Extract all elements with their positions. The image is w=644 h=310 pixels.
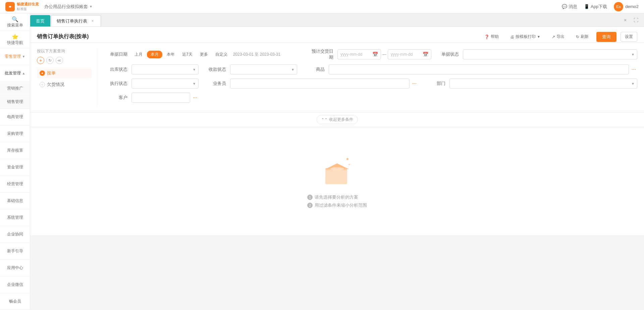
delivery-date-start[interactable]: yyyy-mm-dd 📅 [337, 49, 381, 59]
refresh-button[interactable]: ↻ 刷新 [572, 32, 592, 41]
single-status-select-wrapper: ▼ [463, 49, 637, 59]
sidebar-item-purchase[interactable]: 采购管理 [0, 125, 30, 142]
chevron-up-icon: ▲ [22, 71, 25, 75]
date-btn-近7天[interactable]: 近7天 [179, 51, 196, 58]
refresh-scheme-button[interactable]: ↻ [46, 57, 54, 64]
page-content: 销售订单执行表(按单) ❓ 帮助 🖨 按模板打印 ▼ ↗ 导出 [30, 27, 644, 310]
date-btn-自定义[interactable]: 自定义 [212, 51, 230, 58]
exec-status-label: 执行状态 [104, 81, 127, 87]
scheme-item-欠货情况[interactable]: ○ 欠货情况 [37, 80, 92, 90]
scheme-item-按单[interactable]: ● 按单 [37, 68, 92, 78]
sidebar-item-inventory[interactable]: 库存核算 [0, 142, 30, 159]
exec-status-select[interactable] [131, 79, 199, 89]
date-btn-更多[interactable]: 更多 [197, 51, 211, 58]
message-action[interactable]: 💬 消息 [562, 4, 577, 10]
delivery-date-group: yyyy-mm-dd 📅 — yyyy-mm-dd 📅 [337, 49, 431, 59]
sidebar-item-enterprise-wechat[interactable]: 企业微信 [0, 276, 30, 293]
sidebar-item-newcomer[interactable]: 新手引导 [0, 243, 30, 260]
query-button[interactable]: 查询 [596, 32, 616, 42]
filter-row-2: 出库状态 ▼ 收款状态 ▼ [104, 64, 637, 74]
sidebar-item-search[interactable]: 🔍 搜索菜单 [0, 13, 30, 31]
salesperson-more-icon[interactable]: ··· [411, 81, 418, 87]
sidebar-item-quick-nav[interactable]: ⭐ 快捷导航 [0, 31, 30, 48]
sidebar-item-operations[interactable]: 经营管理 [0, 176, 30, 193]
settings-button[interactable]: 设置 [621, 32, 637, 42]
single-status-select[interactable] [463, 49, 637, 59]
svg-point-6 [326, 173, 328, 175]
sidebar-item-finance[interactable]: 资金管理 [0, 159, 30, 176]
svg-point-7 [330, 167, 344, 170]
refresh-icon: ↻ [576, 35, 579, 39]
user-area[interactable]: Ea demo2 [614, 2, 639, 11]
print-icon: 🖨 [510, 35, 514, 39]
date-btn-上月[interactable]: 上月 [131, 51, 146, 58]
sidebar-item-member[interactable]: 畅会员 [0, 293, 30, 310]
goods-more-icon[interactable]: ··· [630, 66, 637, 72]
chevron-down-icon: ▼ [89, 5, 93, 8]
tab-close-icon[interactable]: × [90, 18, 95, 24]
salesperson-label: 业务员 [203, 81, 226, 87]
page-header: 销售订单执行表(按单) ❓ 帮助 🖨 按模板打印 ▼ ↗ 导出 [30, 27, 644, 43]
scheme-active-dot: ● [40, 70, 45, 76]
tab-sales-order[interactable]: 销售订单执行表 × [51, 15, 101, 27]
download-icon: 📱 [584, 4, 589, 9]
tab-home[interactable]: 首页 [30, 15, 50, 27]
delivery-date-end[interactable]: yyyy-mm-dd 📅 [388, 49, 431, 59]
empty-tip-2: 2 用过滤条件来缩小分析范围 [307, 202, 367, 208]
customer-group: ··· [131, 93, 199, 103]
goods-label: 商品 [301, 66, 325, 72]
warehouse-status-label: 出库状态 [104, 66, 127, 72]
add-scheme-button[interactable]: + [37, 57, 44, 64]
sidebar-item-system[interactable]: 系统管理 [0, 209, 30, 226]
exec-status-select-wrapper: ▼ [131, 79, 199, 89]
salesperson-group: ··· [230, 79, 418, 89]
customer-more-icon[interactable]: ··· [192, 95, 199, 101]
search-icon: 🔍 [12, 16, 18, 22]
sidebar-item-basic-info[interactable]: 基础信息 [0, 193, 30, 209]
empty-svg-illustration: ✦ ✦ [320, 154, 354, 188]
nav-icon: ⭐ [12, 34, 18, 40]
page-title: 销售订单执行表(按单) [37, 33, 89, 40]
department-select[interactable] [449, 79, 637, 89]
collapse-row: ⌃⌃ 收起更多条件 [30, 112, 644, 127]
empty-text: 1 请先选择要分析的方案 2 用过滤条件来缩小分析范围 [307, 194, 367, 208]
sidebar-item-marketing[interactable]: 营销推广 [0, 82, 30, 95]
date-btn-本年[interactable]: 本年 [164, 51, 178, 58]
customer-input[interactable] [131, 93, 190, 103]
sidebar-item-app-center[interactable]: 应用中心 [0, 260, 30, 276]
filter-right-panel: 单据日期 上月 本月 本年 近7天 更多 自定义 [97, 48, 637, 107]
avatar: Ea [614, 2, 623, 11]
chevron-down-icon: ▼ [22, 55, 25, 58]
svg-text:✦: ✦ [345, 156, 350, 162]
sidebar-item-sales-mgmt[interactable]: 销售管理 [0, 95, 30, 109]
app-download-action[interactable]: 📱 App下载 [584, 4, 607, 10]
salesperson-input[interactable] [230, 79, 410, 89]
tab-bar: 首页 销售订单执行表 × × ⛶ [30, 13, 644, 27]
filter-left-panel: 按以下方案查询 + ↻ ≪ ● 按单 ○ 欠货情况 [37, 48, 97, 107]
sidebar-item-ecommerce[interactable]: 电商管理 [0, 109, 30, 125]
goods-input[interactable] [329, 64, 629, 74]
department-select-wrapper: ▼ [449, 79, 637, 89]
help-button[interactable]: ❓ 帮助 [481, 32, 502, 41]
date-range-display: 2023-03-01 至 2023-03-31 [233, 52, 280, 57]
date-quick-btns: 上月 本月 本年 近7天 更多 自定义 [131, 51, 230, 58]
single-status-label: 单据状态 [435, 51, 459, 57]
sidebar-item-wholesale[interactable]: 批发管理 ▲ [0, 65, 30, 82]
payment-status-label: 收款状态 [203, 66, 226, 72]
collapse-panel-button[interactable]: ≪ [56, 57, 63, 64]
template-print-button[interactable]: 🖨 按模板打印 ▼ [506, 32, 544, 41]
export-button[interactable]: ↗ 导出 [548, 32, 568, 41]
sidebar-item-retail[interactable]: 零售管理 ▼ [0, 48, 30, 65]
page-selector[interactable]: 办公用品行业模拟账套 ▼ [42, 2, 95, 11]
logo-text: 畅捷通好生意 标准版 [17, 2, 39, 11]
sidebar: 🔍 搜索菜单 ⭐ 快捷导航 零售管理 ▼ 批发管理 ▲ 营销推广 销售管理 电商… [0, 13, 30, 310]
close-tab-icon[interactable]: × [621, 16, 629, 24]
sidebar-item-enterprise[interactable]: 企业协同 [0, 226, 30, 243]
warehouse-status-select[interactable] [131, 64, 199, 74]
single-date-group: 上月 本月 本年 近7天 更多 自定义 2023-03-01 至 2023-03… [131, 51, 306, 58]
filter-layout: 按以下方案查询 + ↻ ≪ ● 按单 ○ 欠货情况 [37, 48, 637, 107]
date-btn-本月[interactable]: 本月 [147, 51, 162, 58]
expand-icon[interactable]: ⛶ [632, 16, 640, 24]
collapse-conditions-button[interactable]: ⌃⌃ 收起更多条件 [317, 115, 358, 124]
payment-status-select[interactable] [230, 64, 297, 74]
